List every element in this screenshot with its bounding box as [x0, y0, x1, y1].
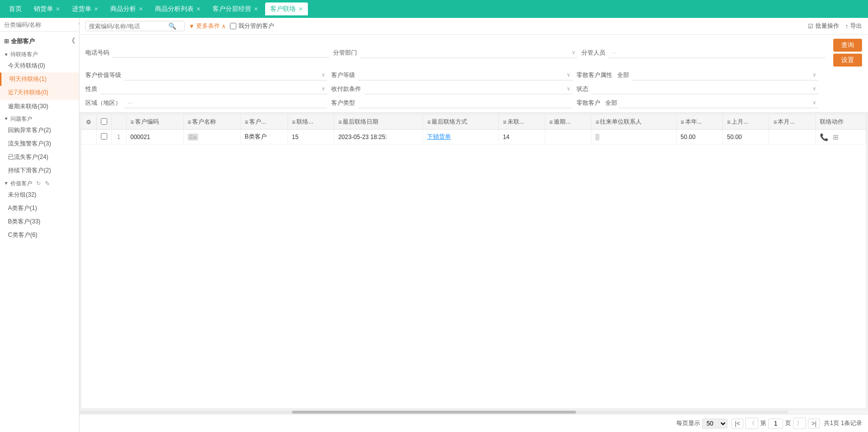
area-select[interactable]: ··· — [124, 97, 327, 108]
close-customer-layering-icon[interactable]: ✕ — [254, 6, 258, 12]
bulk-action-btn[interactable]: ☑ 批量操作 — [808, 22, 839, 30]
per-page-dropdown[interactable]: 50 100 200 — [702, 419, 727, 429]
sort-code[interactable]: ≡ 客户编码 — [131, 118, 159, 126]
nav-product-analysis[interactable]: 商品分析✕ — [105, 2, 148, 15]
sidebar-item-7days[interactable]: 近7天待联络(0) — [0, 86, 79, 99]
nav-customer-contact[interactable]: 客户联络✕ — [265, 2, 308, 15]
sort-contact[interactable]: ≡ 联络... — [292, 118, 313, 126]
next-page-btn[interactable]: 〉 — [793, 418, 806, 429]
my-customers-checkbox[interactable]: 我分管的客户 — [230, 22, 274, 30]
payment-select[interactable]: ∨ — [364, 83, 573, 94]
action-grid-icon[interactable]: ⊞ — [833, 133, 839, 141]
col-header-uncontacted[interactable]: ≡ 未联... — [499, 115, 545, 130]
sort-contacts[interactable]: ≡ 往来单位联系人 — [595, 118, 642, 126]
status-select[interactable]: ∨ — [591, 83, 818, 94]
col-header-overdue[interactable]: ≡ 逾期... — [545, 115, 591, 130]
col-header-type[interactable]: ≡ 客户... — [240, 115, 288, 130]
scroll-thumb[interactable] — [292, 411, 576, 414]
sort-last-month[interactable]: ≡ 上月... — [727, 118, 748, 126]
sort-last-method[interactable]: ≡ 最后联络方式 — [427, 118, 467, 126]
close-sales-icon[interactable]: ✕ — [56, 6, 60, 12]
close-purchase-icon[interactable]: ✕ — [94, 6, 98, 12]
person-more-icon[interactable]: ··· — [612, 50, 617, 56]
sort-this-month[interactable]: ≡ 本月... — [773, 118, 795, 126]
sidebar-item-ungrouped[interactable]: 未分组(32) — [0, 188, 79, 202]
col-header-last-date[interactable]: ≡ 最后联络日期 — [334, 115, 423, 130]
sidebar-search-input[interactable] — [4, 21, 78, 28]
close-customer-contact-icon[interactable]: ✕ — [298, 6, 303, 12]
col-header-last-month[interactable]: ≡ 上月... — [723, 115, 769, 130]
sidebar-item-b-class[interactable]: B类客户(33) — [0, 215, 79, 228]
sort-last-date[interactable]: ≡ 最后联络日期 — [338, 118, 378, 126]
row-check[interactable] — [101, 133, 107, 140]
search-input-icon[interactable]: 🔍 — [168, 22, 176, 30]
sort-uncontacted[interactable]: ≡ 未联... — [503, 118, 524, 126]
col-header-settings[interactable]: ⚙ — [81, 115, 96, 130]
sort-overdue[interactable]: ≡ 逾期... — [549, 118, 571, 126]
customer-value-select[interactable]: ∨ — [124, 70, 327, 80]
nature-select[interactable]: ∨ — [100, 83, 327, 94]
retail-attr-select[interactable]: ∨ — [631, 70, 818, 80]
col-header-name[interactable]: ≡ 客户名称 — [183, 115, 240, 130]
customer-level-select[interactable]: ∨ — [358, 70, 573, 80]
edit-value-icon[interactable]: ✎ — [45, 180, 50, 187]
col-header-this-year[interactable]: ≡ 本年... — [676, 115, 723, 130]
close-product-icon[interactable]: ✕ — [139, 6, 143, 12]
nav-home[interactable]: 首页 — [4, 2, 27, 15]
my-customers-check[interactable] — [230, 23, 236, 29]
ra-chevron-icon: ∨ — [812, 72, 816, 78]
last-method-link[interactable]: 下销货单 — [427, 133, 451, 140]
sort-name[interactable]: ≡ 客户名称 — [188, 118, 216, 126]
sidebar-item-repurchase[interactable]: 回购异常客户(2) — [0, 124, 79, 137]
col-header-contacts[interactable]: ≡ 往来单位联系人 — [591, 115, 676, 130]
page-input[interactable] — [768, 419, 783, 429]
refresh-icon[interactable]: ↻ — [36, 180, 41, 187]
sidebar-item-today[interactable]: 今天待联络(0) — [0, 59, 79, 72]
sidebar-item-tomorrow[interactable]: 明天待联络(1) — [0, 72, 79, 86]
filter-status: 状态 ∨ — [577, 83, 818, 94]
area-more-icon[interactable]: ··· — [128, 100, 133, 106]
phone-input[interactable] — [112, 48, 329, 58]
filter-row-1: 电话号码 分管部门 ∨ 分管人员 ··· 查询 设置 — [85, 39, 862, 67]
all-customers-title[interactable]: ⊞ 全部客户 《 — [0, 34, 79, 49]
more-conditions-btn[interactable]: ▼ 更多条件 ∧ — [189, 22, 226, 30]
col-header-contact[interactable]: ≡ 联络... — [288, 115, 334, 130]
search-input[interactable] — [89, 23, 168, 30]
sidebar-item-overdue[interactable]: 逾期未联络(30) — [0, 100, 79, 113]
collapse-sidebar-icon[interactable]: 《 — [68, 37, 75, 46]
col-header-checkbox[interactable] — [96, 115, 111, 130]
nav-customer-layering[interactable]: 客户分层经营✕ — [208, 2, 263, 15]
nav-sales[interactable]: 销货单✕ — [29, 2, 65, 15]
dept-select[interactable]: ∨ — [360, 47, 577, 58]
nav-purchase[interactable]: 进货单✕ — [67, 2, 103, 15]
row-name[interactable]: Ea — [183, 130, 240, 144]
search-input-wrap: 🔍 — [85, 21, 185, 31]
first-page-btn[interactable]: |< — [731, 419, 743, 429]
col-header-code[interactable]: ≡ 客户编码 — [126, 115, 183, 130]
prev-page-btn[interactable]: 〈 — [745, 418, 758, 429]
row-last-method[interactable]: 下销货单 — [423, 130, 499, 144]
sidebar-item-churn-warning[interactable]: 流失预警客户(3) — [0, 137, 79, 150]
sidebar-item-churned[interactable]: 已流失客户(24) — [0, 150, 79, 164]
query-button[interactable]: 查询 — [833, 39, 862, 52]
row-checkbox[interactable] — [96, 130, 111, 144]
person-select[interactable]: ··· — [608, 47, 825, 58]
action-phone-icon[interactable]: 📞 — [820, 133, 828, 141]
close-product-list-icon[interactable]: ✕ — [196, 6, 201, 12]
sort-this-year[interactable]: ≡ 本年... — [681, 118, 702, 126]
sort-type[interactable]: ≡ 客户... — [245, 118, 266, 126]
last-page-btn[interactable]: >| — [808, 419, 820, 429]
nav-product-analysis-list[interactable]: 商品分析列表✕ — [150, 2, 206, 15]
col-header-this-month[interactable]: ≡ 本月... — [769, 115, 815, 130]
row-code[interactable]: 000021 — [126, 130, 183, 144]
retail-customer-select[interactable]: ∨ — [619, 97, 818, 108]
sidebar-item-a-class[interactable]: A类客户(1) — [0, 202, 79, 215]
sidebar-item-c-class[interactable]: C类客户(6) — [0, 228, 79, 242]
col-header-last-method[interactable]: ≡ 最后联络方式 — [423, 115, 499, 130]
scroll-track[interactable] — [79, 411, 789, 414]
settings-button[interactable]: 设置 — [833, 54, 862, 67]
sidebar-item-declining[interactable]: 持续下滑客户(2) — [0, 164, 79, 177]
select-all-checkbox[interactable] — [101, 118, 107, 125]
customer-type-select[interactable] — [358, 97, 573, 108]
export-btn[interactable]: ↑ 导出 — [845, 22, 862, 30]
